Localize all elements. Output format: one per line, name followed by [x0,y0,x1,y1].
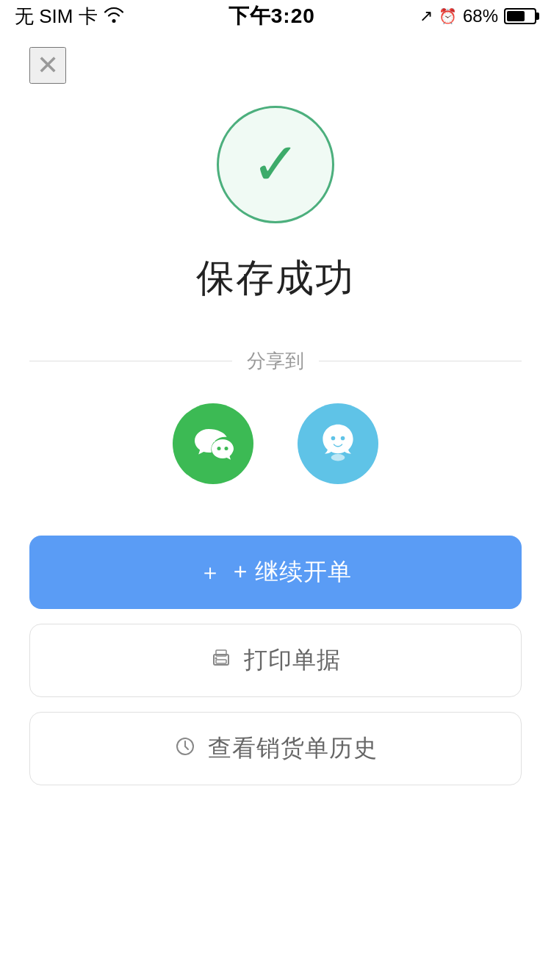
print-label: 打印单据 [244,644,341,677]
svg-point-6 [341,436,345,441]
status-time: 下午3:20 [228,2,315,30]
svg-point-3 [225,447,228,450]
qq-share-button[interactable] [298,403,378,484]
history-button[interactable]: 查看销货单历史 [29,712,522,785]
success-icon-circle: ✓ [217,106,334,223]
share-icons-container [173,403,378,484]
history-icon [174,735,196,763]
status-icons: ↗ ⏰ 68% [419,6,536,26]
divider-line-left [29,361,232,361]
battery-percent: 68% [463,6,498,26]
battery-icon [504,8,536,24]
wechat-share-button[interactable] [173,403,253,484]
print-button[interactable]: 打印单据 [29,624,522,697]
print-icon [210,647,232,674]
wifi-icon [104,5,124,28]
close-icon: ✕ [37,52,59,79]
close-button[interactable]: ✕ [29,47,66,84]
continue-order-button[interactable]: ＋ + 继续开单 [29,536,522,609]
location-icon: ↗ [419,7,433,26]
divider-line-right [319,361,522,361]
svg-point-10 [215,657,217,659]
svg-point-1 [211,438,215,442]
wechat-icon [190,420,237,467]
history-label: 查看销货单历史 [208,732,378,765]
plus-icon: ＋ [199,558,222,588]
svg-point-4 [331,454,345,461]
svg-rect-9 [216,660,226,663]
svg-point-2 [217,447,221,450]
main-content: ✕ ✓ 保存成功 分享到 [0,32,551,829]
status-bar: 无 SIM 卡 下午3:20 ↗ ⏰ 68% [0,0,551,32]
action-buttons: ＋ + 继续开单 打印单据 查看销货单历 [29,536,522,785]
continue-order-label: + 继续开单 [234,556,353,588]
svg-point-0 [202,438,206,442]
qq-icon [316,422,360,466]
success-title: 保存成功 [196,253,355,304]
share-label: 分享到 [247,348,304,374]
share-divider: 分享到 [29,348,522,374]
alarm-icon: ⏰ [439,7,457,25]
checkmark-icon: ✓ [251,135,300,194]
svg-point-5 [331,436,336,441]
carrier-text: 无 SIM 卡 [15,4,98,29]
status-carrier: 无 SIM 卡 [15,4,124,29]
